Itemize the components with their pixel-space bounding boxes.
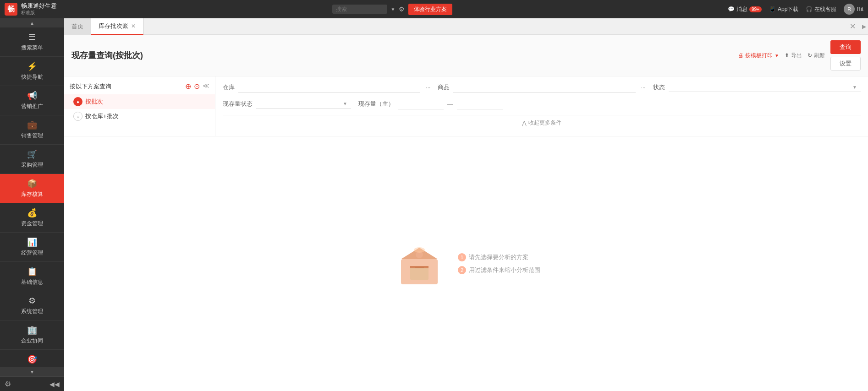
tip-2-text: 用过滤条件来缩小分析范围 (469, 266, 540, 274)
warehouse-more-icon[interactable]: ··· (426, 84, 430, 91)
sidebar-item-inventory-label: 库存核算 (21, 190, 43, 198)
tab-panel-close-button[interactable]: ✕ (845, 22, 860, 31)
filter-plan-by-warehouse-batch[interactable]: ○ 按仓库+批次 (64, 109, 215, 124)
stock-status-select-wrapper[interactable]: ▼ (256, 99, 351, 109)
tab-bar: 首页 库存批次账 ✕ ✕ ▶ (64, 18, 868, 35)
page-header: 现存量查询(按批次) 🖨 按模板打印 ▼ ⬆ 导出 ↻ 刷新 (64, 35, 868, 76)
stock-qty-dash: — (447, 101, 453, 108)
empty-tip-2: 2 用过滤条件来缩小分析范围 (458, 266, 540, 274)
print-dropdown-arrow[interactable]: ▼ (775, 53, 779, 58)
messages-button[interactable]: 💬 消息 99+ (728, 5, 762, 13)
headset-icon: 🎧 (806, 6, 813, 12)
warehouse-input[interactable] (238, 82, 420, 93)
search-dropdown-arrow[interactable]: ▼ (391, 7, 396, 12)
collapse-plans-icon[interactable]: ≪ (203, 82, 209, 91)
settings-footer-icon[interactable]: ⚙ (5, 380, 11, 388)
trial-button[interactable]: 体验行业方案 (408, 4, 452, 15)
settings-plan-icon[interactable]: ⊙ (194, 82, 200, 91)
sidebar-item-purchase-label: 采购管理 (21, 161, 43, 169)
tab-batch-account[interactable]: 库存批次账 ✕ (91, 18, 143, 35)
app-title: 畅康通好生意 (21, 2, 57, 10)
user-name: Rit (857, 6, 863, 12)
download-icon: 📱 (769, 6, 776, 12)
page-title: 现存量查询(按批次) (71, 50, 143, 61)
app-subtitle: 标准版 (21, 10, 57, 16)
product-more-icon[interactable]: ··· (641, 84, 646, 91)
purchase-icon: 🛒 (27, 149, 37, 159)
app-logo: 畅 (5, 3, 17, 16)
home-tab-label: 首页 (71, 22, 83, 31)
collapse-up-icon: ⋀ (522, 120, 527, 126)
guide-icon: 🎯 (27, 354, 37, 364)
sidebar-item-system[interactable]: ⚙ 系统管理 (0, 291, 64, 320)
export-button[interactable]: ⬆ 导出 (785, 52, 802, 60)
product-input[interactable] (453, 82, 635, 93)
stock-qty-min-input[interactable] (398, 98, 444, 109)
empty-state: 1 请先选择要分析的方案 2 用过滤条件来缩小分析范围 (64, 136, 868, 391)
sidebar-item-enterprise[interactable]: 🏢 企业协同 (0, 320, 64, 350)
sidebar-item-enterprise-label: 企业协同 (21, 337, 43, 345)
sidebar: ▲ ☰ 搜索菜单 ⚡ 快捷导航 📢 营销推广 💼 销售管理 🛒 采购管理 (0, 18, 64, 391)
top-bar: 畅 畅康通好生意 标准版 ▼ ⚙ 体验行业方案 💬 消息 99+ 📱 App下载… (0, 0, 868, 18)
filter-group-product: 商品 ··· (438, 82, 645, 93)
empty-tip-1: 1 请先选择要分析的方案 (458, 253, 540, 261)
top-bar-right: 💬 消息 99+ 📱 App下载 🎧 在线客服 R Rit (728, 4, 863, 15)
sidebar-scroll-up[interactable]: ▲ (0, 18, 64, 27)
sidebar-item-guide[interactable]: 🎯 新手引导 (0, 350, 64, 367)
sidebar-item-purchase[interactable]: 🛒 采购管理 (0, 145, 64, 174)
marketing-icon: 📢 (27, 91, 37, 101)
top-bar-left: 畅 畅康通好生意 标准版 (5, 2, 57, 16)
collapse-sidebar-icon[interactable]: ◀◀ (49, 380, 60, 388)
status-select-wrapper[interactable]: ▼ (669, 83, 861, 92)
messages-label: 消息 (736, 5, 747, 13)
sidebar-item-finance-label: 资金管理 (21, 220, 43, 228)
sidebar-item-basics-label: 基础信息 (21, 278, 43, 286)
sidebar-item-operation-label: 经营管理 (21, 249, 43, 257)
online-service-button[interactable]: 🎧 在线客服 (806, 5, 836, 13)
sidebar-footer: ⚙ ◀◀ (0, 376, 64, 391)
svg-point-6 (414, 247, 425, 253)
sidebar-item-sales[interactable]: 💼 销售管理 (0, 115, 64, 145)
sidebar-item-quick-nav[interactable]: ⚡ 快捷导航 (0, 57, 64, 86)
empty-illustration (392, 241, 447, 287)
query-button[interactable]: 查询 (830, 40, 861, 54)
search-menu-icon: ☰ (28, 32, 36, 42)
sidebar-item-operation[interactable]: 📊 经营管理 (0, 233, 64, 262)
plan-batch-icon: ● (73, 97, 82, 106)
tab-home[interactable]: 首页 (64, 18, 91, 35)
collapse-more-conditions[interactable]: ⋀ 收起更多条件 (223, 115, 861, 130)
filter-group-warehouse: 仓库 ··· (223, 82, 430, 93)
status-dropdown-arrow[interactable]: ▼ (852, 85, 857, 90)
svg-rect-5 (415, 267, 424, 268)
refresh-icon: ↻ (808, 52, 812, 59)
sidebar-item-finance[interactable]: 💰 资金管理 (0, 203, 64, 233)
add-plan-icon[interactable]: ⊕ (185, 82, 191, 91)
filter-plan-by-batch[interactable]: ● 按批次 (64, 94, 215, 109)
sidebar-item-system-label: 系统管理 (21, 308, 43, 315)
tab-close-icon[interactable]: ✕ (131, 23, 136, 29)
app-download-button[interactable]: 📱 App下载 (769, 5, 798, 13)
warehouse-label: 仓库 (223, 83, 235, 92)
app-download-label: App下载 (778, 5, 798, 13)
refresh-button[interactable]: ↻ 刷新 (808, 52, 825, 60)
sidebar-item-basics[interactable]: 📋 基础信息 (0, 262, 64, 291)
sidebar-item-inventory[interactable]: 📦 库存核算 (0, 174, 64, 203)
stock-status-dropdown-arrow[interactable]: ▼ (343, 101, 347, 106)
content-area: 首页 库存批次账 ✕ ✕ ▶ 现存量查询(按批次) 🖨 按模板打印 ▼ (64, 18, 868, 391)
plan-warehouse-batch-icon: ○ (73, 112, 82, 121)
print-button[interactable]: 🖨 按模板打印 ▼ (738, 52, 779, 60)
settings-button[interactable]: 设置 (830, 57, 861, 71)
sidebar-item-search[interactable]: ☰ 搜索菜单 (0, 27, 64, 57)
stock-qty-max-input[interactable] (457, 98, 503, 109)
tab-panel-arrow[interactable]: ▶ (860, 23, 868, 30)
filter-left-header: 按以下方案查询 ⊕ ⊙ ≪ (64, 82, 215, 94)
search-input[interactable] (332, 5, 387, 14)
gear-icon[interactable]: ⚙ (399, 5, 405, 13)
sidebar-scroll-down[interactable]: ▼ (0, 367, 64, 376)
user-avatar[interactable]: R Rit (844, 4, 863, 15)
message-icon: 💬 (728, 6, 735, 12)
messages-badge: 99+ (749, 6, 762, 12)
sidebar-item-marketing[interactable]: 📢 营销推广 (0, 86, 64, 115)
filter-right-panel: 仓库 ··· 商品 ··· 状态 (215, 76, 868, 136)
main-layout: ▲ ☰ 搜索菜单 ⚡ 快捷导航 📢 营销推广 💼 销售管理 🛒 采购管理 (0, 18, 868, 391)
